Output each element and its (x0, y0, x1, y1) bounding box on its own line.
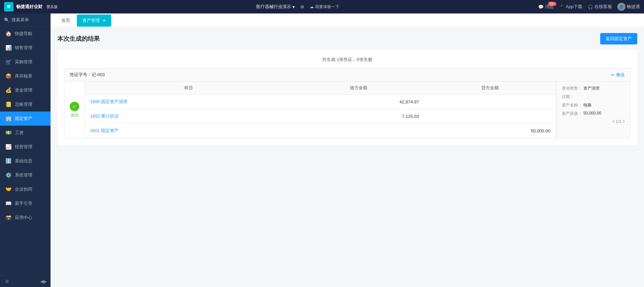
sidebar-search[interactable]: 🔍 搜索菜单 (0, 13, 51, 27)
user-area[interactable]: 👤 畅捷通 (617, 3, 640, 11)
table-row: 1606 固定资产清理 42,874.97 (85, 95, 556, 109)
credit-3: 50,000.00 (424, 124, 556, 138)
sidebar-item-operations[interactable]: 📈 经营管理 (0, 140, 51, 154)
app-center-icon: 🗃️ (5, 215, 11, 221)
sales-icon: 📊 (5, 45, 11, 51)
guide-icon: 📖 (5, 200, 11, 206)
sidebar-item-sales[interactable]: 📊 销售管理 (0, 41, 51, 55)
avatar: 👤 (617, 3, 625, 11)
customer-service-button[interactable]: 🎧 在线客服 (588, 4, 612, 10)
sidebar-item-ledger[interactable]: 📒 总账管理 (0, 97, 51, 111)
tab-home[interactable]: 首页 (56, 14, 75, 27)
page-content: 本次生成的结果 返回固定资产 共生成 1张凭证，0张失败 凭证字号：记-003 … (51, 28, 644, 287)
sidebar-item-system[interactable]: ⚙️ 系统管理 (0, 168, 51, 182)
inventory-icon: 📦 (5, 73, 11, 79)
system-icon: ⚙️ (5, 172, 11, 178)
settings-icon[interactable]: ⚙ (298, 2, 307, 11)
voucher-number: 凭证字号：记-003 (70, 72, 105, 78)
table-row: 1601 固定资产 50,000.00 (85, 124, 556, 138)
sidebar-item-quick-nav[interactable]: 🏠 快捷导航 (0, 27, 51, 41)
sidebar-label-fixed-assets: 固定资产 (15, 116, 32, 122)
sidebar-item-finance[interactable]: 💰 资金管理 (0, 83, 51, 97)
sidebar-label-quick-nav: 快捷导航 (15, 31, 32, 37)
voucher-table: 科目 借方金额 贷方金额 1606 固定资产清理 42,874.97 (85, 82, 556, 138)
workspace-name: 医疗器械行业演示 (256, 4, 291, 10)
return-button[interactable]: 返回固定资产 (600, 33, 637, 44)
sidebar-item-guide[interactable]: 📖 新手引导 (0, 196, 51, 211)
sidebar-label-finance: 资金管理 (15, 87, 32, 93)
operations-icon: 📈 (5, 144, 11, 150)
table-row: 1602 累计折旧 7,125.03 (85, 109, 556, 124)
sidebar-label-salary: 工资 (15, 130, 24, 136)
page-header: 本次生成的结果 返回固定资产 (57, 33, 637, 44)
debit-3 (293, 124, 424, 138)
sidebar-label-operations: 经营管理 (15, 144, 32, 150)
sidebar-label-enterprise: 企业协同 (15, 186, 32, 192)
sidebar-bottom: ⚙ ◀▶ (0, 275, 51, 287)
success-text: 成功 (70, 113, 79, 118)
date-label: 日期： (562, 94, 574, 100)
experience-label: 我要体验一下 (315, 4, 339, 10)
sidebar-item-purchase[interactable]: 🛒 采购管理 (0, 55, 51, 69)
dropdown-icon: ▾ (293, 4, 295, 9)
sidebar-label-app-center: 应用中心 (15, 215, 32, 221)
sidebar-label-sales: 销售管理 (15, 45, 32, 51)
basic-info-icon: ℹ️ (5, 158, 11, 164)
headset-icon: 🎧 (588, 4, 593, 9)
change-type-value: 资产清理 (583, 86, 600, 91)
sidebar-item-enterprise[interactable]: 🤝 企业协同 (0, 182, 51, 196)
asset-value-value: 50,000.00 (583, 111, 601, 117)
header-center: 医疗器械行业演示 ▾ ⚙ ☁ 我要体验一下 (256, 2, 339, 11)
sidebar-item-fixed-assets[interactable]: 🏢 固定资产 (0, 111, 51, 126)
app-download-button[interactable]: 📱 App下载 (559, 4, 582, 10)
logo-area: 财 畅捷通好业财 普及版 (4, 2, 58, 11)
collapse-icon[interactable]: ◀▶ (41, 279, 46, 284)
sidebar-item-salary[interactable]: 💵 工资 (0, 126, 51, 140)
debit-1: 42,874.97 (293, 95, 424, 109)
sidebar-item-app-center[interactable]: 🗃️ 应用中心 (0, 211, 51, 225)
edit-label: 修改 (616, 72, 625, 78)
credit-2 (424, 109, 556, 124)
sidebar-label-guide: 新手引导 (15, 200, 32, 206)
logo-icon: 财 (4, 2, 13, 11)
tab-bar: 首页 资产管理 ✕ (51, 13, 644, 28)
message-button[interactable]: 💬 消息 99+ (538, 4, 554, 10)
finance-icon: 💰 (5, 87, 11, 93)
settings-bottom-icon[interactable]: ⚙ (5, 279, 9, 284)
ledger-icon: 📒 (5, 101, 11, 107)
tab-asset-management[interactable]: 资产管理 ✕ (77, 14, 111, 27)
asset-name-row: 资产名称： 电脑 (562, 102, 625, 108)
sidebar-item-basic-info[interactable]: ℹ️ 基础信息 (0, 154, 51, 168)
sidebar-label-ledger: 总账管理 (15, 101, 32, 107)
sidebar-label-purchase: 采购管理 (15, 59, 32, 65)
customer-service-label: 在线客服 (594, 4, 612, 10)
search-icon: 🔍 (4, 18, 9, 23)
asset-value-label: 资产原值： (562, 111, 582, 117)
credit-1 (424, 95, 556, 109)
sidebar-item-inventory[interactable]: 📦 库存核算 (0, 69, 51, 83)
tab-close-icon[interactable]: ✕ (102, 18, 106, 23)
message-badge: 99+ (548, 2, 556, 6)
phone-icon: 📱 (559, 4, 564, 9)
pagination-text[interactable]: < 1/1 > (612, 119, 625, 124)
workspace-selector[interactable]: 医疗器械行业演示 ▾ (256, 4, 295, 10)
main-layout: 🔍 搜索菜单 🏠 快捷导航 📊 销售管理 🛒 采购管理 📦 库存核算 💰 资金管… (0, 13, 644, 287)
edit-button[interactable]: ✏ 修改 (611, 72, 625, 78)
app-download-label: App下载 (566, 4, 582, 10)
subject-2: 1602 累计折旧 (85, 109, 293, 124)
subject-1: 1606 固定资产清理 (85, 95, 293, 109)
date-row: 日期： (562, 94, 625, 100)
side-info-panel: 变动类型： 资产清理 日期： 资产名称： 电脑 (556, 82, 630, 138)
fixed-assets-icon: 🏢 (5, 116, 11, 122)
sidebar: 🔍 搜索菜单 🏠 快捷导航 📊 销售管理 🛒 采购管理 📦 库存核算 💰 资金管… (0, 13, 51, 287)
experience-button[interactable]: ☁ 我要体验一下 (310, 4, 339, 10)
debit-2: 7,125.03 (293, 109, 424, 124)
sidebar-label-system: 系统管理 (15, 172, 32, 178)
search-label: 搜索菜单 (11, 17, 29, 23)
asset-value-row: 资产原值： 50,000.00 (562, 111, 625, 117)
quick-nav-icon: 🏠 (5, 31, 11, 37)
subject-3: 1601 固定资产 (85, 124, 293, 138)
top-header: 财 畅捷通好业财 普及版 医疗器械行业演示 ▾ ⚙ ☁ 我要体验一下 💬 消息 … (0, 0, 644, 13)
success-icon: ✓ (70, 102, 79, 111)
pagination[interactable]: < 1/1 > (562, 119, 625, 124)
